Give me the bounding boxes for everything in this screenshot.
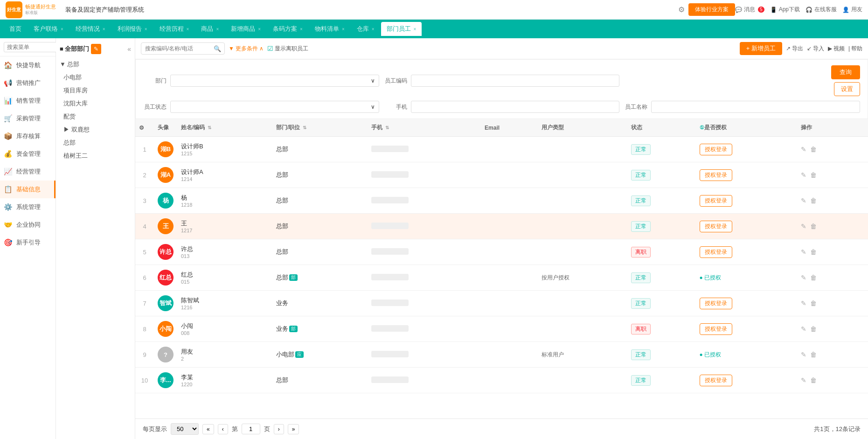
- sidenav-item-快捷导航[interactable]: 🏠快捷导航: [0, 56, 56, 74]
- auth-login-button[interactable]: 授权登录: [700, 221, 732, 232]
- auth-login-button[interactable]: 授权登录: [700, 298, 732, 309]
- dept-item[interactable]: 小电部: [56, 71, 135, 84]
- nav-tab-物料清单[interactable]: 物料清单 ×: [309, 22, 350, 36]
- sidenav-item-企业协同[interactable]: 🤝企业协同: [0, 216, 56, 234]
- nav-tab-条码方案[interactable]: 条码方案 ×: [267, 22, 308, 36]
- sidenav-item-经营管理[interactable]: 📈经营管理: [0, 163, 56, 181]
- tab-close-icon[interactable]: ×: [372, 27, 375, 32]
- delete-icon[interactable]: 🗑: [810, 248, 817, 256]
- page-size-select[interactable]: 50 20 100: [171, 423, 199, 435]
- th-settings[interactable]: ⚙: [135, 119, 154, 137]
- query-button[interactable]: 查询: [831, 65, 860, 79]
- nav-tab-经营情况[interactable]: 经营情况 ×: [70, 22, 111, 36]
- delete-icon[interactable]: 🗑: [810, 300, 817, 307]
- sidenav-item-营销推广[interactable]: 📢营销推广: [0, 74, 56, 92]
- nav-tab-商品[interactable]: 商品 ×: [195, 22, 224, 36]
- page-number-input[interactable]: [242, 424, 260, 434]
- dept-item[interactable]: 沈阳大库: [56, 97, 135, 110]
- dept-filter-select[interactable]: ∨: [170, 75, 379, 87]
- sidenav-item-系统管理[interactable]: ⚙️系统管理: [0, 198, 56, 216]
- edit-icon[interactable]: ✎: [801, 376, 806, 384]
- edit-icon[interactable]: ✎: [801, 223, 806, 230]
- nav-tab-仓库[interactable]: 仓库 ×: [351, 22, 380, 36]
- tab-close-icon[interactable]: ×: [61, 27, 63, 32]
- tab-close-icon[interactable]: ×: [414, 27, 417, 32]
- nav-tab-新增商品[interactable]: 新增商品 ×: [225, 22, 266, 36]
- tab-close-icon[interactable]: ×: [187, 27, 189, 32]
- next-page-button[interactable]: ›: [274, 424, 284, 434]
- dept-collapse-button[interactable]: «: [127, 45, 131, 53]
- auth-login-button[interactable]: 授权登录: [700, 323, 732, 335]
- user-menu-button[interactable]: 👤 用友: [842, 6, 862, 14]
- dept-item[interactable]: ▶ 双鹿想: [56, 123, 135, 136]
- delete-icon[interactable]: 🗑: [810, 376, 817, 384]
- nav-tab-经营历程[interactable]: 经营历程 ×: [154, 22, 195, 36]
- message-button[interactable]: 💬 消息 5: [735, 6, 764, 14]
- dept-item[interactable]: 总部: [56, 136, 135, 149]
- sort-name-icon[interactable]: ⇅: [208, 125, 211, 130]
- nav-tab-利润报告[interactable]: 利润报告 ×: [112, 22, 153, 36]
- phone-input[interactable]: [411, 101, 620, 113]
- settings-button[interactable]: 设置: [834, 82, 860, 96]
- search-input[interactable]: [141, 42, 225, 55]
- sidenav-item-基础信息[interactable]: 📋基础信息: [0, 181, 56, 198]
- auth-login-button[interactable]: 授权登录: [700, 195, 732, 207]
- tab-close-icon[interactable]: ×: [258, 27, 261, 32]
- edit-icon[interactable]: ✎: [801, 197, 806, 204]
- sidenav-item-采购管理[interactable]: 🛒采购管理: [0, 110, 56, 127]
- dept-item[interactable]: 配货: [56, 110, 135, 123]
- dept-item[interactable]: 项目库房: [56, 84, 135, 97]
- trial-button[interactable]: 体验行业方案: [688, 3, 735, 16]
- export-button[interactable]: ↗ 导出: [786, 45, 803, 53]
- delete-icon[interactable]: 🗑: [810, 223, 817, 230]
- dept-edit-button[interactable]: ✎: [91, 44, 101, 54]
- last-page-button[interactable]: »: [288, 424, 299, 434]
- edit-icon[interactable]: ✎: [801, 300, 806, 307]
- sidenav-item-新手引导[interactable]: 🎯新手引导: [0, 234, 56, 251]
- help-button[interactable]: | 帮助: [848, 45, 862, 53]
- delete-icon[interactable]: 🗑: [810, 146, 817, 153]
- sidenav-item-资金管理[interactable]: 💰资金管理: [0, 145, 56, 163]
- online-service-button[interactable]: 🎧 在线客服: [806, 6, 837, 14]
- tab-close-icon[interactable]: ×: [216, 27, 219, 32]
- show-resigned-toggle[interactable]: ☑ 显示离职员工: [267, 45, 308, 53]
- emp-status-select[interactable]: ∨: [170, 101, 379, 113]
- add-employee-button[interactable]: + 新增员工: [740, 42, 782, 55]
- edit-icon[interactable]: ✎: [801, 146, 806, 153]
- edit-icon[interactable]: ✎: [801, 248, 806, 256]
- th-name[interactable]: 姓名/编码 ⇅: [177, 119, 272, 137]
- dept-item[interactable]: 植树王二: [56, 149, 135, 162]
- nav-tab-部门员工[interactable]: 部门员工 ×: [381, 22, 422, 36]
- nav-tab-客户联络[interactable]: 客户联络 ×: [28, 22, 69, 36]
- auth-login-button[interactable]: 授权登录: [700, 169, 732, 181]
- tab-close-icon[interactable]: ×: [300, 27, 303, 32]
- more-filter-button[interactable]: ▼ 更多条件 ∧: [229, 45, 264, 53]
- nav-tab-首页[interactable]: 首页: [4, 22, 27, 36]
- sidenav-item-销售管理[interactable]: 📊销售管理: [0, 92, 56, 110]
- view-button[interactable]: ▶ 视频: [828, 45, 845, 53]
- edit-icon[interactable]: ✎: [801, 325, 806, 333]
- edit-icon[interactable]: ✎: [801, 171, 806, 179]
- emp-code-input[interactable]: [411, 75, 620, 87]
- tab-close-icon[interactable]: ×: [145, 27, 147, 32]
- sort-dept-icon[interactable]: ⇅: [303, 125, 306, 130]
- import-button[interactable]: ↙ 导入: [807, 45, 824, 53]
- auth-login-button[interactable]: 授权登录: [700, 375, 732, 386]
- delete-icon[interactable]: 🗑: [810, 274, 817, 281]
- gear-icon[interactable]: ⚙: [678, 5, 685, 14]
- edit-icon[interactable]: ✎: [801, 274, 806, 281]
- sort-phone-icon[interactable]: ⇅: [385, 125, 389, 130]
- th-dept[interactable]: 部门/职位 ⇅: [272, 119, 368, 137]
- edit-icon[interactable]: ✎: [801, 351, 806, 358]
- delete-icon[interactable]: 🗑: [810, 197, 817, 204]
- dept-item[interactable]: ▼ 总部: [56, 58, 135, 71]
- tab-close-icon[interactable]: ×: [342, 27, 345, 32]
- delete-icon[interactable]: 🗑: [810, 171, 817, 179]
- sidenav-item-库存核算[interactable]: 📦库存核算: [0, 127, 56, 145]
- first-page-button[interactable]: «: [202, 424, 214, 434]
- tab-close-icon[interactable]: ×: [103, 27, 105, 32]
- th-phone[interactable]: 手机 ⇅: [368, 119, 481, 137]
- auth-login-button[interactable]: 授权登录: [700, 144, 732, 155]
- delete-icon[interactable]: 🗑: [810, 351, 817, 358]
- auth-login-button[interactable]: 授权登录: [700, 246, 732, 258]
